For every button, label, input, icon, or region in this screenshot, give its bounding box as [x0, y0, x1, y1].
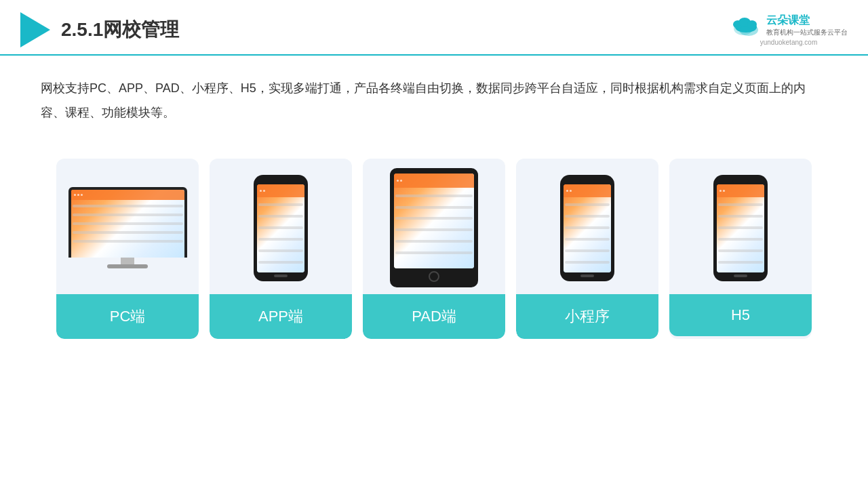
device-h5-mock: [710, 175, 771, 281]
card-pad-image: [363, 159, 505, 294]
h5-phone-outer: [713, 175, 768, 281]
card-h5-label: H5: [669, 294, 812, 336]
tablet-outer: [390, 168, 478, 287]
card-miniapp-label: 小程序: [516, 294, 658, 339]
device-pc-mock: [66, 187, 189, 268]
card-miniapp-image: [516, 159, 658, 294]
phone-outer: [254, 175, 308, 281]
header: 2.5.1网校管理 云朵 云朵课堂 教育机构一站式服务云平台 yunduoket…: [0, 0, 868, 56]
card-miniapp: 小程序: [516, 159, 658, 339]
pc-screen-outer: [68, 187, 187, 258]
card-pc-image: [56, 159, 199, 294]
device-cards-container: PC端: [0, 138, 868, 359]
header-right: 云朵 云朵课堂 教育机构一站式服务云平台 yunduoketang.com: [730, 14, 848, 46]
brand-url: yunduoketang.com: [760, 39, 818, 46]
phone-home-indicator: [274, 274, 288, 277]
device-app-mock: [250, 175, 311, 281]
brand-name: 云朵课堂: [766, 14, 810, 28]
card-h5: H5: [669, 159, 812, 339]
description-text: 网校支持PC、APP、PAD、小程序、H5，实现多端打通，产品各终端自由切换，数…: [0, 56, 868, 131]
miniapp-phone-outer: [560, 175, 614, 281]
miniapp-phone-home: [580, 274, 594, 277]
card-pc-label: PC端: [56, 294, 199, 339]
miniapp-phone-notch: [579, 179, 595, 183]
h5-phone-screen: [717, 184, 764, 272]
card-app-label: APP端: [210, 294, 352, 339]
h5-phone-home: [734, 274, 747, 277]
phone-notch: [273, 179, 289, 183]
phone-screen: [257, 184, 304, 272]
pc-screen-inner: [71, 190, 184, 258]
pc-stand-neck: [121, 258, 134, 264]
svg-point-7: [747, 20, 757, 28]
tablet-screen: [394, 174, 474, 268]
h5-phone-notch: [732, 179, 749, 183]
card-pad: PAD端: [363, 159, 505, 339]
logo-triangle-icon: [20, 12, 50, 47]
brand-logo: 云朵 云朵课堂 教育机构一站式服务云平台: [730, 14, 848, 37]
page-title: 2.5.1网校管理: [61, 17, 179, 43]
brand-text: 云朵课堂 教育机构一站式服务云平台: [766, 14, 848, 37]
card-app: APP端: [210, 159, 352, 339]
card-pc: PC端: [56, 159, 199, 339]
device-pad-mock: [387, 168, 481, 287]
miniapp-phone-screen: [564, 184, 611, 272]
pc-stand-base: [107, 264, 148, 268]
cloud-logo-icon: 云朵: [730, 15, 762, 37]
device-miniapp-mock: [557, 175, 618, 281]
header-left: 2.5.1网校管理: [20, 12, 179, 47]
card-app-image: [210, 159, 352, 294]
description-paragraph: 网校支持PC、APP、PAD、小程序、H5，实现多端打通，产品各终端自由切换，数…: [41, 76, 827, 125]
card-h5-image: [669, 159, 812, 294]
card-pad-label: PAD端: [363, 294, 505, 339]
tablet-home-btn: [429, 271, 439, 282]
brand-slogan: 教育机构一站式服务云平台: [766, 28, 848, 37]
